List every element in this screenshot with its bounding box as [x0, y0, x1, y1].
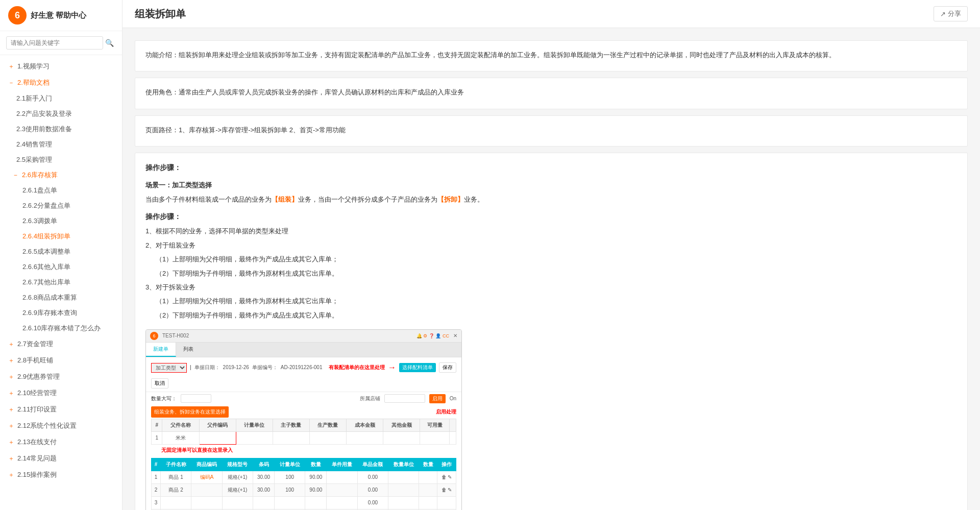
- sidebar-header: 6 好生意 帮助中心: [0, 0, 122, 31]
- user-role-text: 使用角色：通常由生产人员或库管人员完成拆装业务的操作，库管人员确认原材料的出库和…: [145, 86, 957, 98]
- op-steps-card: 操作步骤： 场景一：加工类型选择 当由多个子件材料组装成一个成品的业务为【组装】…: [135, 153, 968, 510]
- sidebar-item-sales[interactable]: 2.4销售管理: [0, 137, 122, 152]
- ss-section-badge: 组装业务、拆卸业务在这里选择: [151, 406, 229, 418]
- ss-parent-table: # 父件名称 父件编码 计量单位 主子数量 生产数量 成本金额 其他金额 可用量: [151, 419, 456, 445]
- sidebar-item-coupon[interactable]: ＋ 2.9优惠券管理: [0, 369, 122, 385]
- sidebar-item-payment[interactable]: ＋ 2.13在线支付: [0, 434, 122, 450]
- screenshot-count-row: 数量大写： 所属店铺 启用 On: [146, 392, 461, 405]
- table-row: 1 米米: [152, 431, 456, 444]
- print-expand-icon: ＋: [8, 405, 14, 414]
- scenario1-title: 场景一：加工类型选择: [145, 179, 957, 191]
- ss-icons: 🔔 ⚙ ❓ 👤 CC: [416, 332, 449, 340]
- sidebar-item-video[interactable]: ＋ 1.视频学习: [0, 58, 122, 75]
- content-area: 功能介绍：组装拆卸单用来处理企业组装或拆卸等加工业务，支持有固定装配清单的产品加…: [122, 28, 980, 510]
- search-box: 🔍: [0, 31, 122, 55]
- user-role-card: 使用角色：通常由生产人员或库管人员完成拆装业务的操作，库管人员确认原材料的出库和…: [135, 78, 968, 109]
- ss-arrow-config: →: [388, 360, 396, 375]
- step2-1: （1）上部明细为父件明细，最终作为产成品生成其它入库单；: [145, 253, 957, 265]
- sidebar-item-install[interactable]: 2.2产品安装及登录: [0, 106, 122, 122]
- sidebar-item-costadj[interactable]: 2.6.5成本调整单: [0, 244, 122, 259]
- sidebar-item-print[interactable]: ＋ 2.11打印设置: [0, 401, 122, 418]
- ss-top-label: TEST-H002: [162, 331, 189, 341]
- sidebar-item-stockquery[interactable]: 2.6.9库存账本查询: [0, 305, 122, 321]
- sidebar-item-purchase[interactable]: 2.5采购管理: [0, 152, 122, 167]
- screenshot-lower-table: # 子件名称 商品编码 规格型号 条码 计量单位 数量 单件用量 单品金额 数量…: [146, 458, 461, 510]
- sidebar-item-fund[interactable]: ＋ 2.7资金管理: [0, 336, 122, 352]
- expand-icon: ＋: [8, 62, 14, 71]
- ss-count-label: 数量大写：: [151, 394, 177, 403]
- sidebar-item-assemble[interactable]: 2.6.4组装拆卸单: [0, 229, 122, 244]
- ss-config-btn[interactable]: 选择配料清单: [399, 363, 436, 372]
- sidebar-item-stockcount[interactable]: 2.6.1盘点单: [0, 183, 122, 198]
- feature-intro-card: 功能介绍：组装拆卸单用来处理企业组装或拆卸等加工业务，支持有固定装配清单的产品加…: [135, 40, 968, 71]
- sidebar-item-data-prep[interactable]: 2.3使用前数据准备: [0, 122, 122, 137]
- sidebar-item-mobile[interactable]: ＋ 2.8手机旺铺: [0, 352, 122, 369]
- screenshot-container: 6 TEST-H002 🔔 ⚙ ❓ 👤 CC ✕ 新建单 列表: [145, 329, 462, 510]
- table-row: 30.00: [152, 496, 456, 509]
- ss-tab-new[interactable]: 新建单: [146, 343, 176, 357]
- ss-date-value: 2019-12-26: [223, 363, 249, 372]
- sidebar-item-cases[interactable]: ＋ 2.15操作案例: [0, 467, 122, 483]
- table-row: 1 商品 1 编码A 规格(+1) 30.00 100 90.00 0.00: [152, 471, 456, 483]
- sidebar-item-stockerror[interactable]: 2.6.10库存账本错了怎么办: [0, 321, 122, 336]
- ss-save-btn[interactable]: 保存: [439, 362, 456, 373]
- ss-billno-value: AD-20191226-001: [281, 363, 323, 372]
- screenshot-topbar: 6 TEST-H002 🔔 ⚙ ❓ 👤 CC ✕: [146, 330, 461, 343]
- screenshot-annotations: 组装业务、拆卸业务在这里选择 启用处理: [146, 405, 461, 419]
- ss-logo: 6: [150, 332, 158, 340]
- ss-annotation-enter: 无固定清单可以直接在这里录入: [151, 445, 456, 456]
- share-icon: ↗: [940, 10, 946, 18]
- ss-billno-label: 单据编号：: [252, 363, 278, 372]
- collapse-icon: －: [8, 79, 14, 87]
- sidebar-item-splitcount[interactable]: 2.6.2分量盘点单: [0, 198, 122, 213]
- sidebar-item-otherinput[interactable]: 2.6.6其他入库单: [0, 259, 122, 275]
- scenario1-desc: 当由多个子件材料组装成一个成品的业务为【组装】业务，当由一个父件拆分成多个子产品…: [145, 193, 957, 205]
- op-steps-header: 操作步骤：: [145, 161, 957, 174]
- sidebar-item-customize[interactable]: ＋ 2.12系统个性化设置: [0, 418, 122, 434]
- step1: 1、根据不同的业务，选择不同单据的类型来处理: [145, 225, 957, 237]
- step3-2: （2）下部明细为子件明细，最终作为产成品生成其它入库单。: [145, 309, 957, 321]
- sidebar: 6 好生意 帮助中心 🔍 ＋ 1.视频学习 － 2.帮助文档 2.1新手入门 2…: [0, 0, 122, 510]
- nav-menu: ＋ 1.视频学习 － 2.帮助文档 2.1新手入门 2.2产品安装及登录 2.3…: [0, 55, 122, 486]
- sidebar-item-operation[interactable]: ＋ 2.10经营管理: [0, 385, 122, 401]
- page-path-card: 页面路径：1、库存核算->库存管理->组装拆卸单 2、首页->常用功能: [135, 115, 968, 147]
- mobile-expand-icon: ＋: [8, 356, 14, 365]
- ss-tab-list[interactable]: 列表: [176, 343, 201, 357]
- app-name: 好生意 帮助中心: [31, 11, 86, 20]
- ss-count-input[interactable]: [181, 394, 211, 403]
- step2: 2、对于组装业务: [145, 239, 957, 251]
- ss-close-icon[interactable]: ✕: [453, 331, 457, 341]
- screenshot-toolbar: 加工类型 组装 拆卸 | 单据日期： 2019-12-26 单据编号： AD-2…: [146, 357, 461, 392]
- ss-code-cell[interactable]: [199, 431, 236, 444]
- sidebar-item-otheroutput[interactable]: 2.6.7其他出库单: [0, 275, 122, 290]
- step3: 3、对于拆装业务: [145, 281, 957, 293]
- sidebar-item-faq[interactable]: ＋ 2.14常见问题: [0, 450, 122, 467]
- customize-expand-icon: ＋: [8, 422, 14, 430]
- ss-toolbar-sep: |: [190, 363, 191, 372]
- ss-child-table: # 子件名称 商品编码 规格型号 条码 计量单位 数量 单件用量 单品金额 数量…: [151, 458, 456, 510]
- ss-date-label: 单据日期：: [194, 363, 220, 372]
- share-button[interactable]: ↗ 分享: [934, 6, 968, 21]
- fund-expand-icon: ＋: [8, 340, 14, 349]
- sidebar-item-docs[interactable]: － 2.帮助文档: [0, 75, 122, 91]
- main-header: 组装拆卸单 ↗ 分享: [122, 0, 980, 28]
- search-button[interactable]: 🔍: [103, 37, 116, 49]
- cases-expand-icon: ＋: [8, 471, 14, 479]
- ss-type-select[interactable]: 加工类型 组装 拆卸: [151, 363, 187, 373]
- ss-cancel-btn[interactable]: 取消: [151, 378, 168, 388]
- ss-on-label: On: [450, 394, 456, 403]
- screenshot-tabs: 新建单 列表: [146, 343, 461, 357]
- step2-2: （2）下部明细为子件明细，最终作为原材料生成其它出库单。: [145, 268, 957, 279]
- payment-expand-icon: ＋: [8, 438, 14, 447]
- page-path-text: 页面路径：1、库存核算->库存管理->组装拆卸单 2、首页->常用功能: [145, 124, 957, 136]
- sidebar-item-goodscost[interactable]: 2.6.8商品成本重算: [0, 290, 122, 305]
- sidebar-item-new[interactable]: 2.1新手入门: [0, 91, 122, 106]
- ss-warehouse-label: 所属店铺: [360, 394, 380, 403]
- ss-enable-btn[interactable]: 启用: [429, 394, 446, 403]
- ss-warehouse-input[interactable]: [384, 394, 425, 403]
- search-input[interactable]: [6, 36, 103, 50]
- page-title: 组装拆卸单: [135, 7, 186, 21]
- op-steps-label: 操作步骤：: [145, 210, 957, 223]
- sidebar-item-adjust[interactable]: 2.6.3调拨单: [0, 213, 122, 229]
- sidebar-item-inventory[interactable]: － 2.6库存核算: [0, 167, 122, 183]
